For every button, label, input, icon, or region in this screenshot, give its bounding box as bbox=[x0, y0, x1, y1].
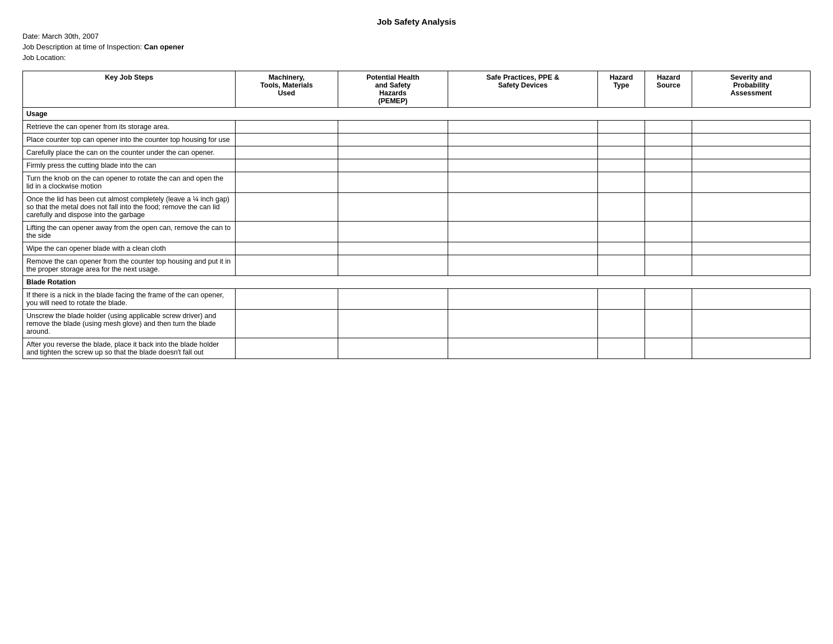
job-desc-value: Can opener bbox=[144, 43, 185, 51]
empty-cell bbox=[338, 338, 448, 359]
empty-cell bbox=[645, 289, 692, 310]
empty-cell bbox=[692, 193, 811, 222]
empty-cell bbox=[448, 121, 598, 134]
empty-cell bbox=[597, 146, 645, 159]
empty-cell bbox=[692, 146, 811, 159]
table-row: Retrieve the can opener from its storage… bbox=[23, 121, 811, 134]
empty-cell bbox=[597, 222, 645, 242]
section-header-row: Blade Rotation bbox=[23, 276, 811, 289]
empty-cell bbox=[236, 134, 338, 146]
empty-cell bbox=[645, 310, 692, 338]
empty-cell bbox=[597, 310, 645, 338]
empty-cell bbox=[597, 159, 645, 172]
empty-cell bbox=[448, 222, 598, 242]
empty-cell bbox=[448, 255, 598, 276]
job-desc-prefix: Job Description at time of Inspection: bbox=[22, 43, 144, 51]
empty-cell bbox=[692, 172, 811, 193]
table-row: Once the lid has been cut almost complet… bbox=[23, 193, 811, 222]
step-cell: Turn the knob on the can opener to rotat… bbox=[23, 172, 236, 193]
step-cell: After you reverse the blade, place it ba… bbox=[23, 338, 236, 359]
job-desc-line: Job Description at time of Inspection: C… bbox=[22, 43, 811, 51]
empty-cell bbox=[338, 159, 448, 172]
empty-cell bbox=[692, 222, 811, 242]
header-severity: Severity and Probability Assessment bbox=[692, 71, 811, 108]
table-row: Unscrew the blade holder (using applicab… bbox=[23, 310, 811, 338]
empty-cell bbox=[645, 121, 692, 134]
empty-cell bbox=[448, 193, 598, 222]
empty-cell bbox=[448, 242, 598, 255]
empty-cell bbox=[338, 146, 448, 159]
step-cell: Wipe the can opener blade with a clean c… bbox=[23, 242, 236, 255]
empty-cell bbox=[236, 338, 338, 359]
step-cell: If there is a nick in the blade facing t… bbox=[23, 289, 236, 310]
section-title: Blade Rotation bbox=[23, 276, 811, 289]
empty-cell bbox=[645, 255, 692, 276]
section-title: Usage bbox=[23, 108, 811, 121]
empty-cell bbox=[338, 242, 448, 255]
empty-cell bbox=[692, 121, 811, 134]
empty-cell bbox=[236, 193, 338, 222]
step-cell: Once the lid has been cut almost complet… bbox=[23, 193, 236, 222]
empty-cell bbox=[448, 159, 598, 172]
step-cell: Lifting the can opener away from the ope… bbox=[23, 222, 236, 242]
header-key-job-steps: Key Job Steps bbox=[23, 71, 236, 108]
empty-cell bbox=[338, 222, 448, 242]
empty-cell bbox=[338, 193, 448, 222]
empty-cell bbox=[448, 134, 598, 146]
table-row: If there is a nick in the blade facing t… bbox=[23, 289, 811, 310]
empty-cell bbox=[236, 222, 338, 242]
empty-cell bbox=[236, 172, 338, 193]
empty-cell bbox=[645, 242, 692, 255]
jsa-table: Key Job Steps Machinery, Tools, Material… bbox=[22, 71, 811, 359]
empty-cell bbox=[645, 146, 692, 159]
step-cell: Retrieve the can opener from its storage… bbox=[23, 121, 236, 134]
empty-cell bbox=[448, 310, 598, 338]
empty-cell bbox=[597, 338, 645, 359]
empty-cell bbox=[236, 289, 338, 310]
empty-cell bbox=[338, 310, 448, 338]
empty-cell bbox=[338, 172, 448, 193]
table-row: Firmly press the cutting blade into the … bbox=[23, 159, 811, 172]
header-safe-practices: Safe Practices, PPE & Safety Devices bbox=[448, 71, 598, 108]
empty-cell bbox=[236, 310, 338, 338]
empty-cell bbox=[597, 289, 645, 310]
empty-cell bbox=[448, 289, 598, 310]
empty-cell bbox=[236, 159, 338, 172]
empty-cell bbox=[597, 172, 645, 193]
step-cell: Unscrew the blade holder (using applicab… bbox=[23, 310, 236, 338]
header-hazard-type: Hazard Type bbox=[597, 71, 645, 108]
step-cell: Carefully place the can on the counter u… bbox=[23, 146, 236, 159]
empty-cell bbox=[597, 121, 645, 134]
empty-cell bbox=[645, 193, 692, 222]
empty-cell bbox=[645, 338, 692, 359]
empty-cell bbox=[692, 255, 811, 276]
empty-cell bbox=[448, 172, 598, 193]
header-hazard-source: Hazard Source bbox=[645, 71, 692, 108]
table-row: Place counter top can opener into the co… bbox=[23, 134, 811, 146]
empty-cell bbox=[597, 193, 645, 222]
empty-cell bbox=[338, 134, 448, 146]
empty-cell bbox=[692, 338, 811, 359]
page-title: Job Safety Analysis bbox=[22, 17, 811, 26]
empty-cell bbox=[692, 134, 811, 146]
table-row: After you reverse the blade, place it ba… bbox=[23, 338, 811, 359]
empty-cell bbox=[645, 172, 692, 193]
table-row: Turn the knob on the can opener to rotat… bbox=[23, 172, 811, 193]
table-row: Lifting the can opener away from the ope… bbox=[23, 222, 811, 242]
table-row: Remove the can opener from the counter t… bbox=[23, 255, 811, 276]
header-hazards: Potential Health and Safety Hazards (PEM… bbox=[338, 71, 448, 108]
empty-cell bbox=[692, 159, 811, 172]
empty-cell bbox=[597, 242, 645, 255]
empty-cell bbox=[338, 255, 448, 276]
section-header-row: Usage bbox=[23, 108, 811, 121]
table-row: Wipe the can opener blade with a clean c… bbox=[23, 242, 811, 255]
empty-cell bbox=[236, 146, 338, 159]
header-machinery: Machinery, Tools, Materials Used bbox=[236, 71, 338, 108]
empty-cell bbox=[448, 338, 598, 359]
empty-cell bbox=[692, 289, 811, 310]
job-location-line: Job Location: bbox=[22, 53, 811, 62]
empty-cell bbox=[645, 222, 692, 242]
empty-cell bbox=[692, 310, 811, 338]
step-cell: Place counter top can opener into the co… bbox=[23, 134, 236, 146]
empty-cell bbox=[338, 289, 448, 310]
